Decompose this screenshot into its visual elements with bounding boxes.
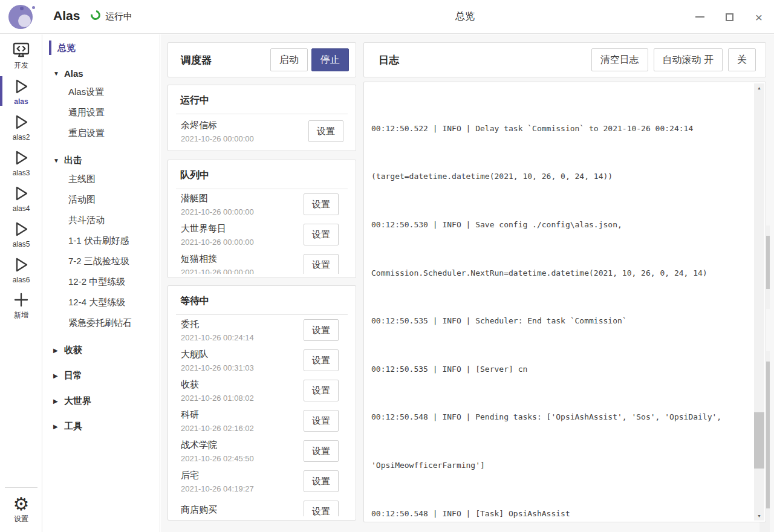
divider xyxy=(5,487,37,488)
menu-item[interactable]: 日常 xyxy=(43,367,160,384)
instance-item[interactable]: alas4 xyxy=(0,180,42,216)
menu-item[interactable]: 共斗活动 xyxy=(43,210,160,230)
log-panel-header: 日志 清空日志 自动滚动 开 关 xyxy=(363,42,766,77)
log-line: 00:12:50.530 | INFO | Save config ./conf… xyxy=(371,219,753,231)
menu-item-label: 日常 xyxy=(64,370,82,381)
autoscroll-off-button[interactable]: 关 xyxy=(728,48,756,71)
clear-log-button[interactable]: 清空日志 xyxy=(591,48,648,71)
maximize-button[interactable] xyxy=(723,10,736,24)
task-name: 委托 xyxy=(181,319,304,330)
task-setting-button[interactable]: 设置 xyxy=(304,349,339,371)
app-title: Alas xyxy=(53,8,80,23)
menu-item-label: 通用设置 xyxy=(68,107,105,118)
task-name: 后宅 xyxy=(181,470,304,481)
instance-label: alas xyxy=(14,97,28,106)
menu-item-label: 主线图 xyxy=(68,174,96,185)
chevron-icon xyxy=(53,372,64,379)
instance-label: alas4 xyxy=(13,204,30,213)
menu-item-label: Alas xyxy=(64,68,83,79)
task-setting-button[interactable]: 设置 xyxy=(304,254,339,274)
scrollbar-thumb[interactable] xyxy=(754,412,764,469)
instance-sidebar: 开发 alas alas2 xyxy=(0,34,42,532)
task-name: 短猫相接 xyxy=(181,253,304,265)
task-info: 委托 2021-10-26 00:24:14 xyxy=(181,319,304,342)
scroll-up-icon[interactable]: ▲ xyxy=(754,83,764,92)
task-setting-button[interactable]: 设置 xyxy=(304,501,339,516)
minimize-button[interactable] xyxy=(693,10,706,24)
task-row: 潜艇图 2021-10-26 00:00:00 设置 xyxy=(168,189,356,219)
menu-item-label: 总览 xyxy=(57,42,76,54)
menu-item[interactable]: 工具 xyxy=(43,418,160,435)
waiting-task-list: 委托 2021-10-26 00:24:14 设置 大舰队 2021-10-26… xyxy=(168,315,356,516)
code-monitor-icon xyxy=(11,41,31,60)
pending-task-list: 潜艇图 2021-10-26 00:00:00 设置 大世界每日 2021-10… xyxy=(168,189,356,274)
task-row: 后宅 2021-10-26 04:19:27 设置 xyxy=(168,466,356,496)
task-setting-button[interactable]: 设置 xyxy=(308,120,343,142)
task-time: 2021-10-26 00:31:03 xyxy=(181,363,304,372)
task-name: 收获 xyxy=(181,379,304,391)
task-name: 大世界每日 xyxy=(181,223,304,235)
instance-item[interactable]: alas2 xyxy=(0,109,42,144)
menu-item[interactable]: Alas xyxy=(43,65,160,82)
menu-item[interactable]: 12-4 大型练级 xyxy=(43,292,160,313)
instance-label: alas3 xyxy=(13,169,30,177)
task-time: 2021-10-26 01:08:02 xyxy=(181,394,304,403)
task-setting-button[interactable]: 设置 xyxy=(304,193,339,215)
scroll-down-icon[interactable]: ▼ xyxy=(754,511,764,521)
menu-item-label: Alas设置 xyxy=(68,86,104,98)
menu-item-label: 7-2 三战捡垃圾 xyxy=(68,256,129,267)
close-button[interactable]: × xyxy=(752,10,766,24)
log-line: 'OpsiMeowfficerFarming'] xyxy=(371,459,753,472)
menu-item[interactable]: 紧急委托刷钻石 xyxy=(43,313,160,333)
menu-item[interactable]: 重启设置 xyxy=(43,123,160,143)
task-info: 大舰队 2021-10-26 00:31:03 xyxy=(181,349,304,372)
log-line: 00:12:50.522 | INFO | Delay task `Commis… xyxy=(371,123,753,135)
settings-button[interactable]: ⚙ 设置 xyxy=(0,491,42,527)
task-name: 大舰队 xyxy=(181,349,304,360)
task-info: 商店购买 xyxy=(181,504,304,516)
menu-item[interactable]: 活动图 xyxy=(43,189,160,210)
instance-item[interactable]: alas3 xyxy=(0,144,42,180)
task-setting-button[interactable]: 设置 xyxy=(304,319,339,341)
log-output: 00:12:50.522 | INFO | Delay task `Commis… xyxy=(364,82,753,522)
menu-item-label: 12-4 大型练级 xyxy=(68,297,125,308)
instance-item[interactable]: alas xyxy=(0,73,42,109)
menu-item[interactable]: Alas设置 xyxy=(43,82,160,102)
log-line: 00:12:50.535 | INFO | Scheduler: End tas… xyxy=(371,315,753,327)
menu-item-label: 活动图 xyxy=(68,194,96,206)
chevron-icon xyxy=(53,347,64,354)
menu-item[interactable]: 主线图 xyxy=(43,169,160,189)
task-time: 2021-10-26 02:45:50 xyxy=(181,454,304,463)
menu-item[interactable]: 1-1 伏击刷好感 xyxy=(43,230,160,251)
running-status-label: 运行中 xyxy=(105,11,132,22)
instance-item[interactable]: alas5 xyxy=(0,216,42,251)
pending-title: 队列中 xyxy=(168,160,356,189)
instance-item[interactable]: alas6 xyxy=(0,251,42,287)
menu-item[interactable]: 大世界 xyxy=(43,392,160,409)
task-setting-button[interactable]: 设置 xyxy=(304,440,339,462)
instance-label: alas5 xyxy=(13,240,30,248)
menu-item[interactable]: 总览 xyxy=(43,39,160,56)
menu-item-label: 重启设置 xyxy=(68,128,105,139)
menu-item[interactable]: 收获 xyxy=(43,342,160,358)
autoscroll-on-button[interactable]: 自动滚动 开 xyxy=(654,48,723,71)
menu-item[interactable]: 12-2 中型练级 xyxy=(43,271,160,292)
scheduler-title: 调度器 xyxy=(181,53,270,67)
start-button[interactable]: 启动 xyxy=(270,48,308,71)
task-setting-button[interactable]: 设置 xyxy=(304,470,339,492)
menu-item[interactable]: 出击 xyxy=(43,152,160,169)
task-info: 大世界每日 2021-10-26 00:00:00 xyxy=(181,223,304,247)
menu-item-label: 1-1 伏击刷好感 xyxy=(68,235,129,247)
stop-button[interactable]: 停止 xyxy=(311,48,349,71)
log-line: 00:12:50.535 | INFO | [Server] cn xyxy=(371,363,753,375)
task-setting-button[interactable]: 设置 xyxy=(304,224,339,245)
task-setting-button[interactable]: 设置 xyxy=(304,410,339,432)
instance-item[interactable]: 新增 xyxy=(0,287,42,323)
instance-item[interactable]: 开发 xyxy=(0,37,42,73)
log-title: 日志 xyxy=(379,53,591,67)
menu-item[interactable]: 通用设置 xyxy=(43,102,160,123)
task-time: 2021-10-26 02:16:02 xyxy=(181,424,304,433)
task-time: 2021-10-26 04:19:27 xyxy=(181,484,304,493)
menu-item[interactable]: 7-2 三战捡垃圾 xyxy=(43,251,160,271)
task-setting-button[interactable]: 设置 xyxy=(304,380,339,401)
